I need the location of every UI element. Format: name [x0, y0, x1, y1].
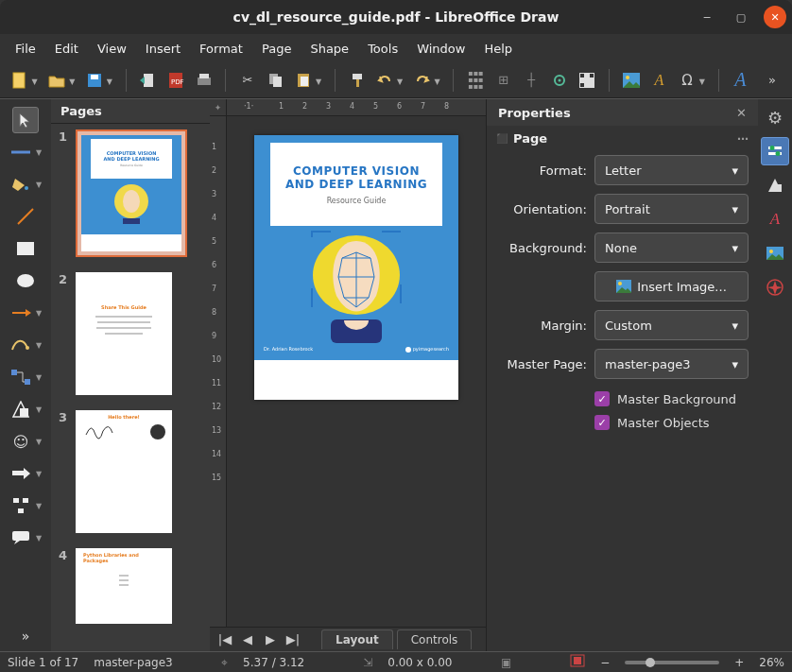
cover-brand: pyimagesearch	[405, 346, 449, 353]
paste-button[interactable]: ▼	[291, 67, 316, 94]
save-button[interactable]: ▼	[82, 67, 107, 94]
page-thumb-2[interactable]: Share This Guide	[76, 272, 172, 395]
properties-close-icon[interactable]: ✕	[736, 106, 747, 120]
last-page-button[interactable]: ▶|	[284, 630, 302, 649]
sidebar-tab-styles[interactable]: A	[761, 205, 789, 233]
tool-basic-shapes[interactable]	[8, 396, 34, 422]
print-button[interactable]	[192, 67, 216, 94]
snap-button[interactable]: ⊞	[491, 67, 516, 94]
checkbox-master-bg[interactable]: ✓	[594, 391, 610, 406]
section-more-icon[interactable]: ⋯	[737, 132, 749, 146]
zoom-in-button[interactable]: +	[734, 656, 744, 669]
section-collapse-icon[interactable]: ⬛	[496, 133, 508, 144]
menu-tools[interactable]: Tools	[360, 38, 405, 60]
export-button[interactable]	[136, 67, 161, 94]
select-orientation[interactable]: Portrait▾	[594, 194, 749, 224]
toolbar-overflow-button[interactable]: »	[760, 67, 784, 94]
prev-page-button[interactable]: ◀	[238, 630, 257, 649]
menu-window[interactable]: Window	[409, 38, 473, 60]
tool-line-color[interactable]	[8, 139, 34, 165]
next-page-button[interactable]: ▶	[261, 630, 280, 649]
toolbox-overflow[interactable]: »	[12, 623, 39, 649]
menu-page[interactable]: Page	[254, 38, 299, 60]
maximize-button[interactable]: ▢	[730, 6, 752, 28]
sidebar-settings-icon[interactable]: ⚙	[761, 103, 789, 131]
tab-layout[interactable]: Layout	[321, 629, 393, 649]
status-zoom[interactable]: 26%	[759, 656, 784, 669]
tool-connector[interactable]	[8, 364, 34, 390]
page-thumb-4[interactable]: Python Libraries and Packages	[76, 548, 172, 624]
horizontal-ruler[interactable]: ·1· 1 2 3 4 5 6 7 8	[227, 99, 486, 116]
menu-shape[interactable]: Shape	[302, 38, 356, 60]
new-button[interactable]: ▼	[8, 67, 32, 94]
zoom-slider[interactable]	[625, 661, 719, 664]
helplines-button[interactable]: ┼	[520, 67, 544, 94]
tool-pointer[interactable]	[12, 107, 39, 133]
zoom-out-button[interactable]: −	[600, 656, 610, 669]
tool-symbols[interactable]: ☺	[8, 428, 34, 455]
glue-button[interactable]	[547, 67, 572, 94]
svg-rect-53	[774, 184, 782, 192]
sidebar-tab-shapes[interactable]	[761, 171, 789, 199]
checkbox-master-objects[interactable]: ✓	[594, 415, 610, 430]
tool-curve[interactable]	[8, 332, 34, 358]
menu-edit[interactable]: Edit	[47, 38, 86, 60]
cut-button[interactable]: ✂	[235, 67, 260, 94]
thumb-face-art	[108, 179, 155, 224]
cover-face-art	[295, 230, 418, 343]
close-button[interactable]: ✕	[764, 6, 786, 28]
large-text-button[interactable]: A	[729, 67, 753, 94]
svg-rect-18	[590, 74, 594, 78]
select-format[interactable]: Letter▾	[594, 155, 749, 185]
tool-ellipse[interactable]	[12, 267, 39, 294]
svg-text:PDF: PDF	[171, 78, 184, 86]
grid-button[interactable]: ▪▪▪▪▪▪▪▪▪	[463, 67, 488, 94]
fontwork-button[interactable]: A	[647, 67, 672, 94]
sidebar-tab-gallery[interactable]	[761, 239, 789, 267]
fit-page-icon[interactable]	[570, 654, 585, 670]
copy-button[interactable]	[264, 67, 288, 94]
special-char-button[interactable]: Ω▼	[675, 67, 699, 94]
select-background[interactable]: None▾	[594, 233, 749, 263]
page-thumb-3[interactable]: Hello there!	[76, 410, 172, 533]
tool-line[interactable]	[12, 203, 39, 230]
export-pdf-button[interactable]: PDF	[164, 67, 188, 94]
tab-controls[interactable]: Controls	[397, 629, 473, 649]
sidebar-tab-navigator[interactable]	[761, 273, 789, 302]
left-toolbox: ▼ ▼ ▼ ▼ ▼ ▼ ☺▼ ▼ ▼ ▼ »	[0, 99, 51, 651]
canvas-viewport[interactable]: COMPUTER VISION AND DEEP LEARNING Resour…	[227, 116, 486, 627]
undo-button[interactable]: ▼	[372, 67, 397, 94]
select-margin[interactable]: Custom▾	[594, 310, 749, 340]
vertical-ruler[interactable]: 1 2 3 4 5 6 7 8 9 10 11 12 13 14 15	[210, 116, 227, 627]
page-thumb-1[interactable]: COMPUTER VISION AND DEEP LEARNING Resour…	[76, 129, 187, 257]
pages-list[interactable]: 1 COMPUTER VISION AND DEEP LEARNING Reso…	[51, 124, 210, 651]
save-status-icon[interactable]: ▣	[501, 656, 511, 669]
redo-button[interactable]: ▼	[410, 67, 435, 94]
tool-block-arrows[interactable]	[8, 460, 34, 487]
tool-rectangle[interactable]	[12, 235, 39, 262]
menu-file[interactable]: File	[8, 38, 43, 60]
menu-insert[interactable]: Insert	[138, 38, 188, 60]
first-page-button[interactable]: |◀	[215, 630, 234, 649]
tool-flowchart[interactable]	[8, 492, 34, 519]
sidebar-tab-properties[interactable]	[761, 137, 789, 165]
ruler-origin-icon[interactable]: ✦	[210, 99, 227, 116]
menu-help[interactable]: Help	[476, 38, 520, 60]
clone-format-button[interactable]	[345, 67, 370, 94]
image-button[interactable]	[619, 67, 644, 94]
menu-format[interactable]: Format	[192, 38, 250, 60]
tool-fill-color[interactable]	[8, 171, 34, 198]
properties-panel: Properties ✕ ⬛ Page ⋯ Format: Letter▾ Or…	[486, 99, 758, 651]
insert-image-button[interactable]: Insert Image...	[594, 271, 749, 302]
titlebar: cv_dl_resource_guide.pdf - LibreOffice D…	[0, 0, 792, 34]
page-canvas[interactable]: COMPUTER VISION AND DEEP LEARNING Resour…	[254, 135, 458, 400]
minimize-button[interactable]: ─	[696, 6, 718, 28]
tool-arrow-line[interactable]	[8, 300, 34, 326]
open-button[interactable]: ▼	[45, 67, 70, 94]
chevron-down-icon: ▾	[732, 241, 738, 255]
menu-view[interactable]: View	[90, 38, 134, 60]
select-master-page[interactable]: master-page3▾	[594, 349, 749, 379]
qr-button[interactable]	[576, 67, 600, 94]
tool-callout[interactable]	[8, 525, 34, 551]
svg-rect-35	[12, 531, 29, 541]
